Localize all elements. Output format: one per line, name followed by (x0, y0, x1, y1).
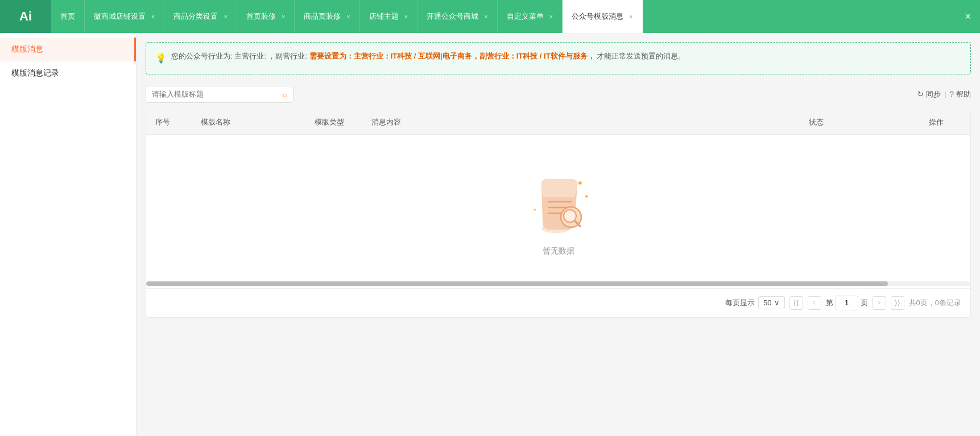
col-status: 状态 (800, 110, 902, 134)
svg-text:✦: ✦ (577, 178, 584, 188)
nav-tab-category[interactable]: 商品分类设置× (164, 0, 237, 33)
col-action: 操作 (902, 110, 970, 134)
next-page-button[interactable]: ﹥ (873, 296, 886, 310)
tab-close-icon[interactable]: × (484, 14, 487, 20)
main-layout: 模版消息模版消息记录 💡 您的公众号行业为: 主营行业: ，副营行业: 需要设置… (0, 33, 980, 436)
help-button[interactable]: ? 帮助 (950, 89, 971, 99)
col-type: 模版类型 (305, 110, 362, 134)
nav-tab-menu[interactable]: 自定义菜单× (498, 0, 563, 33)
nav-tab-label: 开通公众号商城 (427, 11, 478, 22)
top-nav: Ai 首页微商城店铺设置×商品分类设置×首页装修×商品页装修×店铺主题×开通公众… (0, 0, 980, 33)
nav-tab-template[interactable]: 公众号模版消息× (563, 0, 642, 33)
sync-label: 同步 (926, 89, 941, 99)
page-unit: 页 (861, 298, 868, 308)
table-scrollbar[interactable] (146, 281, 970, 286)
nav-tab-label: 店铺主题 (369, 11, 399, 22)
tab-close-icon[interactable]: × (151, 14, 155, 20)
notice-box: 💡 您的公众号行业为: 主营行业: ，副营行业: 需要设置为：主营行业：IT科技… (146, 42, 971, 74)
notice-icon: 💡 (155, 51, 167, 66)
nav-tab-label: 首页装修 (246, 11, 276, 22)
content-area: 💡 您的公众号行业为: 主营行业: ，副营行业: 需要设置为：主营行业：IT科技… (137, 33, 980, 436)
close-all-button[interactable]: × (956, 11, 980, 23)
pagination: 每页显示 50 ∨ ⟨⟨ ﹤ 第 页 ﹥ ⟩⟩ 共0页，0条记录 (146, 288, 970, 317)
logo: Ai (0, 0, 51, 33)
page-number-input[interactable] (836, 296, 858, 310)
svg-text:✦: ✦ (533, 207, 537, 213)
empty-text: 暂无数据 (543, 246, 574, 256)
empty-state: ✦ ✦ ✦ 暂无数据 (146, 135, 970, 279)
tab-close-icon[interactable]: × (224, 14, 227, 20)
prev-page-button[interactable]: ﹤ (808, 296, 821, 310)
nav-tab-label: 商品分类设置 (173, 11, 218, 22)
nav-tab-home[interactable]: 首页 (51, 0, 85, 33)
logo-text: Ai (19, 9, 32, 24)
page-total: 共0页，0条记录 (909, 298, 961, 308)
nav-tab-theme[interactable]: 店铺主题× (360, 0, 417, 33)
toolbar-divider: | (944, 90, 946, 98)
col-seq: 序号 (146, 110, 192, 134)
page-size-value: 50 (763, 298, 771, 307)
nav-tab-wshop[interactable]: 微商城店铺设置× (85, 0, 164, 33)
sidebar: 模版消息模版消息记录 (0, 33, 137, 436)
sync-icon: ↻ (917, 90, 924, 98)
col-content: 消息内容 (362, 110, 800, 134)
nav-tab-homepage[interactable]: 首页装修× (237, 0, 295, 33)
nav-tab-product[interactable]: 商品页装修× (295, 0, 359, 33)
tab-close-icon[interactable]: × (549, 14, 553, 20)
page-input-wrap: 第 页 (826, 296, 868, 310)
page-label: 第 (826, 298, 833, 308)
tab-close-icon[interactable]: × (404, 14, 408, 20)
svg-text:✦: ✦ (584, 193, 589, 200)
scrollbar-thumb (146, 281, 888, 286)
page-size-select-wrap: 每页显示 50 ∨ (725, 296, 784, 309)
sidebar-item-template-msg[interactable]: 模版消息 (0, 38, 136, 61)
first-page-button[interactable]: ⟨⟨ (789, 296, 803, 310)
nav-tab-label: 微商城店铺设置 (94, 11, 146, 22)
tab-close-icon[interactable]: × (629, 14, 632, 20)
notice-text: 您的公众号行业为: 主营行业: ，副营行业: 需要设置为：主营行业：IT科技 /… (171, 51, 685, 63)
toolbar-right: ↻ 同步 | ? 帮助 (917, 89, 971, 99)
data-table: 序号 模版名称 模版类型 消息内容 状态 操作 (146, 110, 971, 318)
page-size-select[interactable]: 50 ∨ (758, 296, 784, 309)
tab-close-icon[interactable]: × (282, 14, 285, 20)
chevron-down-icon: ∨ (774, 298, 780, 307)
table-header: 序号 模版名称 模版类型 消息内容 状态 操作 (146, 110, 970, 135)
nav-tab-label: 自定义菜单 (507, 11, 544, 22)
notice-suffix: 才能正常发送预置的消息。 (597, 52, 685, 60)
last-page-button[interactable]: ⟩⟩ (891, 296, 904, 310)
search-button[interactable]: ⌕ (283, 90, 287, 99)
sidebar-item-template-log[interactable]: 模版消息记录 (0, 61, 136, 85)
search-bar: ⌕ ↻ 同步 | ? 帮助 (146, 86, 971, 103)
notice-prefix: 您的公众号行业为: 主营行业: ，副营行业: (171, 52, 309, 60)
nav-tab-label: 商品页装修 (304, 11, 341, 22)
nav-tabs: 首页微商城店铺设置×商品分类设置×首页装修×商品页装修×店铺主题×开通公众号商城… (51, 0, 956, 33)
nav-tab-mall[interactable]: 开通公众号商城× (417, 0, 497, 33)
svg-point-5 (564, 210, 576, 222)
page-size-label: 每页显示 (725, 298, 755, 308)
search-input-wrap[interactable]: ⌕ (146, 86, 293, 103)
tab-close-icon[interactable]: × (346, 14, 350, 20)
sync-button[interactable]: ↻ 同步 (917, 89, 941, 99)
nav-tab-label: 首页 (60, 11, 75, 22)
empty-illustration: ✦ ✦ ✦ (524, 169, 593, 237)
notice-highlight: 需要设置为：主营行业：IT科技 / 互联网|电子商务，副营行业：IT科技 / I… (309, 52, 595, 60)
nav-tab-label: 公众号模版消息 (572, 11, 623, 22)
help-label: 帮助 (956, 89, 971, 99)
search-input[interactable] (152, 90, 279, 98)
col-name: 模版名称 (192, 110, 305, 134)
help-icon: ? (950, 90, 954, 98)
